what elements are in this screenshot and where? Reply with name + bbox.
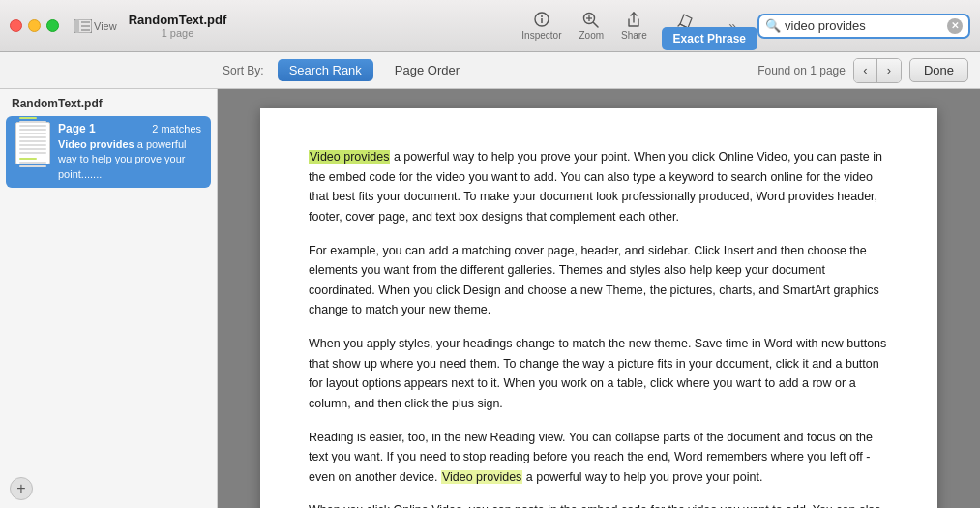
svg-line-12 [680, 24, 688, 28]
search-bar: 🔍 video provides ✕ [757, 14, 970, 39]
paragraph-2: For example, you can add a matching cove… [309, 241, 889, 321]
nav-next-button[interactable]: › [877, 59, 901, 82]
file-name: RandomText.pdf [129, 13, 227, 27]
svg-line-9 [594, 23, 599, 28]
more-toolbar-button[interactable]: » [725, 16, 740, 36]
sort-right: Found on 1 page ‹ › Done [757, 58, 968, 83]
pdf-viewer[interactable]: Video provides a powerful way to help yo… [218, 89, 980, 508]
done-button[interactable]: Done [909, 58, 968, 82]
search-rank-button[interactable]: Search Rank [278, 59, 373, 81]
file-info: RandomText.pdf 1 page [129, 13, 227, 39]
paragraph-5: When you click Online Video, you can pas… [309, 500, 889, 508]
toolbar-icons: Inspector Zoom Share [521, 11, 707, 41]
share-label: Share [621, 30, 647, 41]
inspector-button[interactable]: Inspector [521, 11, 561, 41]
result-thumbnail [15, 122, 50, 164]
svg-point-7 [541, 15, 543, 17]
nav-buttons: ‹ › [853, 58, 902, 83]
sidebar-toggle[interactable]: View [74, 19, 117, 33]
highlight-2: Video provides [441, 470, 522, 484]
minimize-button[interactable] [28, 19, 41, 32]
traffic-lights [10, 19, 59, 32]
main-area: RandomText.pdf [0, 89, 980, 508]
search-input[interactable]: video provides [785, 18, 943, 33]
add-button[interactable]: + [10, 477, 33, 500]
result-page: Page 1 [58, 122, 96, 135]
paragraph-1: Video provides a powerful way to help yo… [309, 147, 889, 227]
highlight-1: Video provides [309, 150, 390, 164]
paragraph-3: When you apply styles, your headings cha… [309, 334, 889, 414]
result-matches: 2 matches [152, 123, 201, 134]
svg-rect-1 [74, 19, 79, 33]
page-order-button[interactable]: Page Order [383, 59, 471, 81]
view-label: View [94, 20, 117, 32]
sidebar: RandomText.pdf [0, 89, 218, 508]
result-preview: Video provides a powerful way to help yo… [58, 137, 201, 182]
highlight-label: Highligh... [665, 30, 707, 41]
share-button[interactable]: Share [621, 11, 647, 41]
highlight-button[interactable]: Highligh... [665, 11, 707, 41]
result-info: Page 1 2 matches Video provides a powerf… [58, 122, 201, 182]
maximize-button[interactable] [46, 19, 59, 32]
close-button[interactable] [10, 19, 22, 32]
list-item[interactable]: Page 1 2 matches Video provides a powerf… [6, 116, 211, 188]
sort-bar: Sort By: Search Rank Page Order Found on… [0, 52, 980, 89]
sidebar-file-title: RandomText.pdf [0, 89, 217, 114]
title-bar: View RandomText.pdf 1 page Inspector Zoo… [0, 0, 980, 52]
found-text: Found on 1 page [757, 64, 846, 77]
nav-prev-button[interactable]: ‹ [854, 59, 877, 82]
inspector-label: Inspector [521, 30, 561, 41]
paragraph-4: Reading is easier, too, in the new Readi… [309, 428, 889, 488]
sort-by-label: Sort By: [223, 64, 264, 77]
search-clear-button[interactable]: ✕ [947, 18, 963, 34]
zoom-label: Zoom [579, 30, 604, 41]
zoom-button[interactable]: Zoom [579, 11, 604, 41]
search-icon: 🔍 [765, 18, 781, 33]
file-pages: 1 page [162, 27, 194, 39]
pdf-page: Video provides a powerful way to help yo… [260, 108, 937, 508]
